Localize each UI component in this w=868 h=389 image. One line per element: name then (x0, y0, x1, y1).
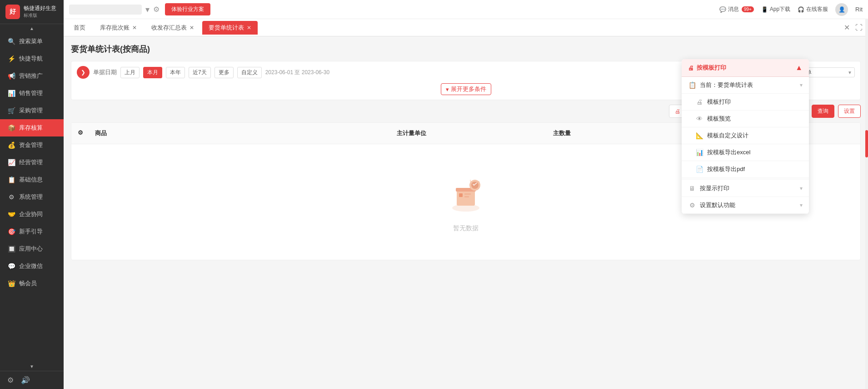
guide-icon: 🎯 (7, 227, 15, 236)
trial-button[interactable]: 体验行业方案 (165, 3, 210, 15)
sidebar-item-quicknav[interactable]: ⚡快捷导航 (0, 50, 64, 67)
date-btn-more[interactable]: 更多 (215, 67, 234, 78)
date-btn-7days[interactable]: 近7天 (189, 67, 211, 78)
dropdown-export-excel[interactable]: 📊 按模板导出excel (682, 144, 809, 161)
dropdown-template-design[interactable]: 📐 模板自定义设计 (682, 127, 809, 144)
tab-close-order_stats[interactable]: ✕ (247, 25, 251, 31)
scrollbar-thumb[interactable] (865, 130, 868, 157)
dropdown-set-default-left: ⚙ 设置默认功能 (688, 201, 735, 209)
inventory-icon: 📦 (7, 124, 15, 132)
date-btn-year[interactable]: 本年 (166, 67, 185, 78)
sidebar-item-system[interactable]: ⚙系统管理 (0, 188, 64, 206)
topbar-message[interactable]: 💬 消息 99+ (719, 5, 754, 13)
tab-label-collection: 收发存汇总表 (151, 24, 187, 32)
dropdown-template-print[interactable]: 🖨 模板打印 (682, 94, 809, 111)
nav-label-sales: 销售管理 (19, 89, 43, 97)
settings-button[interactable]: 设置 (838, 105, 861, 118)
svg-rect-1 (457, 190, 475, 206)
close-tab-btn[interactable]: ✕ (842, 21, 852, 34)
tab-order_stats[interactable]: 要货单统计表✕ (202, 21, 258, 35)
expand-conditions-button[interactable]: ▾ 展开更多条件 (441, 83, 491, 95)
sidebar-scroll-up[interactable]: ▲ (0, 24, 64, 33)
dropdown-separator (682, 179, 809, 179)
tab-close-collection[interactable]: ✕ (190, 25, 194, 31)
template-print-icon: 🖨 (695, 98, 703, 106)
member-icon: 👑 (7, 279, 15, 288)
message-icon: 💬 (719, 6, 726, 13)
topbar-avatar[interactable]: 👤 (835, 3, 848, 16)
sales-icon: 📊 (7, 89, 15, 97)
th-settings[interactable]: ⚙ (71, 126, 90, 140)
sidebar: 好 畅捷通好生意 标准版 ▲ 🔍搜索菜单⚡快捷导航📢营销推广📊销售管理🛒采购管理… (0, 0, 64, 389)
nav-label-system: 系统管理 (19, 193, 43, 201)
sidebar-item-basic[interactable]: 📋基础信息 (0, 171, 64, 188)
expand-label: 展开更多条件 (451, 85, 486, 93)
date-btn-custom[interactable]: 自定义 (237, 67, 262, 78)
tab-close-batch[interactable]: ✕ (132, 25, 137, 31)
query-button[interactable]: 查询 (812, 105, 834, 118)
template-preview-label: 模板预览 (707, 115, 731, 123)
sidebar-item-guide[interactable]: 🎯新手引导 (0, 223, 64, 240)
th-qty: 主数量 (548, 126, 704, 140)
date-btn-prev[interactable]: 上月 (120, 67, 140, 78)
message-label: 消息 (728, 5, 739, 13)
nav-label-quicknav: 快捷导航 (19, 55, 43, 63)
dropdown-template-preview[interactable]: 👁 模板预览 (682, 111, 809, 127)
sidebar-item-operations[interactable]: 📈经营管理 (0, 154, 64, 171)
sidebar-item-sales[interactable]: 📊销售管理 (0, 85, 64, 102)
set-default-label: 设置默认功能 (700, 201, 735, 209)
nav-label-appstore: 应用中心 (19, 245, 43, 253)
dropdown-set-default[interactable]: ⚙ 设置默认功能 ▾ (682, 197, 809, 214)
settings-icon[interactable]: ⚙ (7, 376, 14, 384)
filter-toggle-button[interactable]: ❯ (77, 66, 90, 79)
dropdown-close-btn[interactable]: ▲ (795, 64, 803, 71)
dropdown-print-icon: 🖨 (688, 65, 694, 71)
sidebar-item-appstore[interactable]: 🔲应用中心 (0, 240, 64, 258)
dropdown-display-print-left: 🖥 按显示打印 (688, 184, 729, 192)
marketing-icon: 📢 (7, 72, 15, 80)
sidebar-item-wechat[interactable]: 💬企业微信 (0, 258, 64, 275)
sidebar-item-purchase[interactable]: 🛒采购管理 (0, 102, 64, 119)
app-edition: 标准版 (24, 12, 56, 19)
topbar-gear-icon[interactable]: ⚙ (153, 5, 160, 14)
sidebar-footer: ⚙ 🔊 (0, 371, 64, 389)
print-icon: 🖨 (675, 108, 680, 115)
nav-label-search: 搜索菜单 (19, 37, 43, 45)
sidebar-item-inventory[interactable]: 📦库存核算 (0, 119, 64, 136)
maximize-tab-btn[interactable]: ⛶ (853, 22, 864, 34)
nav-label-wechat: 企业微信 (19, 262, 43, 270)
dropdown-current-template[interactable]: 📋 当前：要货单统计表 ▾ (682, 77, 809, 94)
sidebar-item-marketing[interactable]: 📢营销推广 (0, 67, 64, 85)
tab-collection[interactable]: 收发存汇总表✕ (145, 21, 200, 35)
topbar-username[interactable]: Rit (855, 6, 863, 13)
operations-icon: 📈 (7, 158, 15, 167)
sidebar-item-search[interactable]: 🔍搜索菜单 (0, 33, 64, 50)
svg-point-7 (471, 182, 479, 189)
sidebar-scroll-down[interactable]: ▼ (0, 362, 64, 371)
tab-label-batch: 库存批次账 (100, 24, 130, 32)
sidebar-item-member[interactable]: 👑畅会员 (0, 275, 64, 292)
sidebar-nav: 🔍搜索菜单⚡快捷导航📢营销推广📊销售管理🛒采购管理📦库存核算💰资金管理📈经营管理… (0, 33, 64, 362)
sidebar-item-finance[interactable]: 💰资金管理 (0, 136, 64, 154)
sidebar-item-collab[interactable]: 🤝企业协同 (0, 206, 64, 223)
tab-batch[interactable]: 库存批次账✕ (94, 21, 143, 35)
scrollbar-track (865, 19, 868, 389)
tab-label-order_stats: 要货单统计表 (209, 24, 244, 32)
app-logo-icon: 好 (5, 5, 20, 19)
system-icon: ⚙ (7, 193, 15, 201)
date-btn-current[interactable]: 本月 (143, 67, 162, 78)
set-default-arrow: ▾ (800, 202, 803, 208)
quicknav-icon: ⚡ (7, 55, 15, 63)
topbar-search-input[interactable] (69, 5, 142, 15)
template-design-icon: 📐 (695, 131, 703, 140)
topbar-dropdown-icon[interactable]: ▾ (145, 5, 150, 15)
dropdown-export-pdf[interactable]: 📄 按模板导出pdf (682, 161, 809, 178)
tab-home[interactable]: 首页 (67, 21, 92, 35)
audio-icon[interactable]: 🔊 (21, 376, 30, 384)
topbar-app-download[interactable]: 📱 App下载 (761, 5, 790, 13)
dropdown-display-print[interactable]: 🖥 按显示打印 ▾ (682, 180, 809, 197)
topbar-online-service[interactable]: 🎧 在线客服 (798, 5, 828, 13)
svg-rect-4 (464, 193, 471, 195)
current-template-icon: 📋 (688, 81, 696, 89)
expand-icon: ▾ (446, 86, 449, 93)
